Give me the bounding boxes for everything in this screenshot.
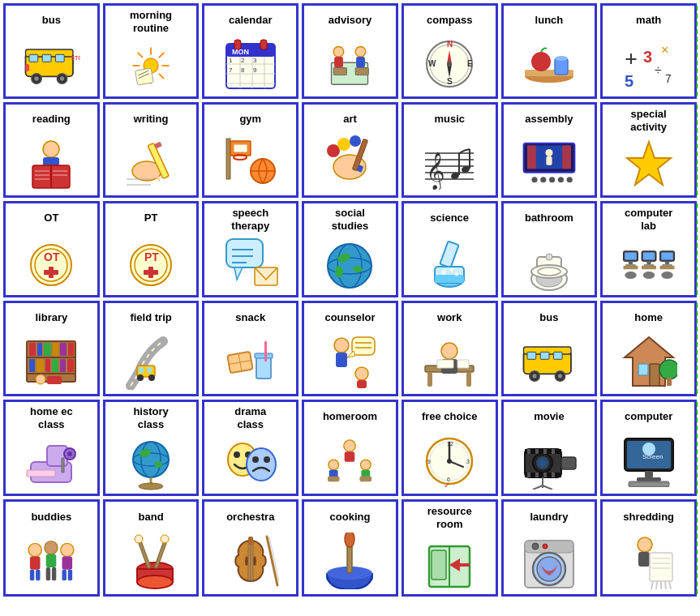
svg-text:W: W [428, 59, 436, 68]
card-icon-laundry [505, 531, 594, 590]
card-label-counselor: counselor [324, 306, 375, 329]
card-icon-shredding [604, 531, 693, 590]
card-label-special-activity: specialactivity [630, 108, 667, 133]
svg-rect-200 [352, 337, 375, 355]
card-cooking[interactable]: cooking [302, 499, 398, 596]
svg-rect-276 [527, 473, 530, 477]
svg-line-338 [651, 581, 653, 589]
card-music[interactable]: music 𝄞 [402, 102, 498, 198]
card-science[interactable]: science [402, 201, 498, 297]
card-buddies[interactable]: buddies [3, 499, 100, 596]
svg-point-237 [154, 461, 162, 468]
card-laundry[interactable]: laundry [501, 499, 598, 596]
card-label-laundry: laundry [530, 505, 568, 528]
card-label-pt: PT [144, 207, 158, 229]
svg-rect-172 [29, 343, 36, 356]
svg-rect-106 [527, 145, 536, 169]
svg-point-198 [334, 338, 349, 353]
card-free-choice[interactable]: free choice 12 3 6 9 ✓ [402, 400, 498, 496]
card-reading[interactable]: reading [3, 102, 100, 198]
svg-rect-196 [255, 353, 273, 358]
svg-text:S: S [447, 77, 453, 86]
card-label-reading: reading [32, 108, 71, 130]
svg-rect-120 [44, 270, 58, 275]
card-art[interactable]: art [302, 102, 398, 198]
card-resource-room[interactable]: resourceroom [402, 499, 498, 596]
card-icon-home [604, 332, 693, 391]
card-label-writing: writing [134, 108, 169, 130]
card-advisory[interactable]: advisory [302, 3, 398, 99]
svg-text:𝄞: 𝄞 [426, 152, 445, 190]
card-label-speech-therapy: speechtherapy [231, 207, 269, 232]
card-computer[interactable]: computer Screen [600, 400, 697, 496]
card-movie[interactable]: movie [501, 400, 598, 496]
svg-marker-115 [627, 142, 671, 185]
svg-rect-177 [68, 343, 74, 356]
svg-rect-173 [37, 343, 42, 356]
svg-rect-165 [659, 265, 674, 269]
svg-rect-109 [546, 156, 552, 165]
card-bus[interactable]: bus STOP [3, 3, 100, 99]
card-drama-class[interactable]: dramaclass [202, 400, 298, 496]
svg-rect-293 [30, 557, 41, 570]
card-homeroom[interactable]: homeroom [302, 400, 398, 496]
card-ot[interactable]: OT OT [3, 201, 100, 297]
card-home-ec[interactable]: home ecclass [3, 400, 100, 496]
svg-rect-272 [527, 449, 530, 454]
card-icon-work [406, 332, 494, 391]
card-special-activity[interactable]: specialactivity [600, 102, 697, 198]
svg-point-251 [361, 460, 371, 470]
card-speech-therapy[interactable]: speechtherapy [202, 201, 298, 297]
svg-point-310 [161, 535, 169, 543]
svg-rect-207 [427, 372, 432, 387]
svg-rect-131 [255, 267, 277, 285]
svg-line-342 [669, 581, 671, 589]
card-icon-field-trip [107, 332, 195, 391]
card-work[interactable]: work [402, 301, 498, 396]
card-morning-routine[interactable]: morningroutine [103, 3, 200, 99]
card-counselor[interactable]: counselor [302, 301, 398, 396]
svg-text:9: 9 [253, 66, 257, 74]
card-history-class[interactable]: historyclass [103, 400, 200, 496]
card-library[interactable]: library [3, 301, 100, 396]
card-pt[interactable]: PT PT [103, 201, 200, 297]
card-gym[interactable]: gym [202, 102, 298, 198]
svg-rect-2 [29, 54, 38, 62]
card-compass[interactable]: compass N S E W [402, 3, 498, 99]
card-label-cooking: cooking [330, 505, 371, 528]
card-bus-row4[interactable]: bus [501, 301, 598, 396]
card-shredding[interactable]: shredding [600, 499, 697, 596]
card-home[interactable]: home [600, 301, 697, 396]
svg-point-190 [148, 374, 155, 381]
svg-point-209 [441, 343, 457, 359]
card-icon-homeroom [306, 431, 394, 490]
card-band[interactable]: band [103, 499, 200, 596]
svg-point-306 [137, 575, 173, 588]
card-lunch[interactable]: lunch [501, 3, 598, 99]
card-assembly[interactable]: assembly [501, 102, 598, 198]
svg-point-322 [345, 533, 354, 547]
card-math[interactable]: math + 3 ÷ 5 × 7 [600, 3, 697, 99]
svg-point-114 [567, 177, 573, 182]
card-label-assembly: assembly [525, 108, 573, 130]
svg-text:3: 3 [253, 57, 257, 64]
card-field-trip[interactable]: field trip [103, 301, 200, 396]
card-calendar[interactable]: calendar MON 1 2 3 7 8 9 [202, 3, 298, 99]
svg-text:12: 12 [447, 441, 453, 447]
svg-text:E: E [467, 59, 473, 68]
card-label-bus-row4: bus [539, 306, 558, 329]
svg-text:✓: ✓ [444, 481, 450, 490]
card-social-studies[interactable]: socialstudies [302, 201, 398, 297]
svg-rect-42 [335, 57, 344, 68]
card-snack[interactable]: snack [202, 301, 298, 396]
card-computer-lab[interactable]: computerlab [600, 201, 697, 297]
svg-rect-176 [60, 343, 67, 356]
card-orchestra[interactable]: orchestra [202, 499, 298, 596]
svg-rect-273 [535, 449, 539, 454]
card-writing[interactable]: writing [103, 102, 200, 198]
card-bathroom[interactable]: bathroom [501, 201, 598, 297]
card-label-compass: compass [427, 9, 472, 32]
svg-rect-141 [435, 275, 464, 283]
card-label-buddies: buddies [31, 505, 71, 528]
card-icon-resource-room [406, 534, 494, 591]
